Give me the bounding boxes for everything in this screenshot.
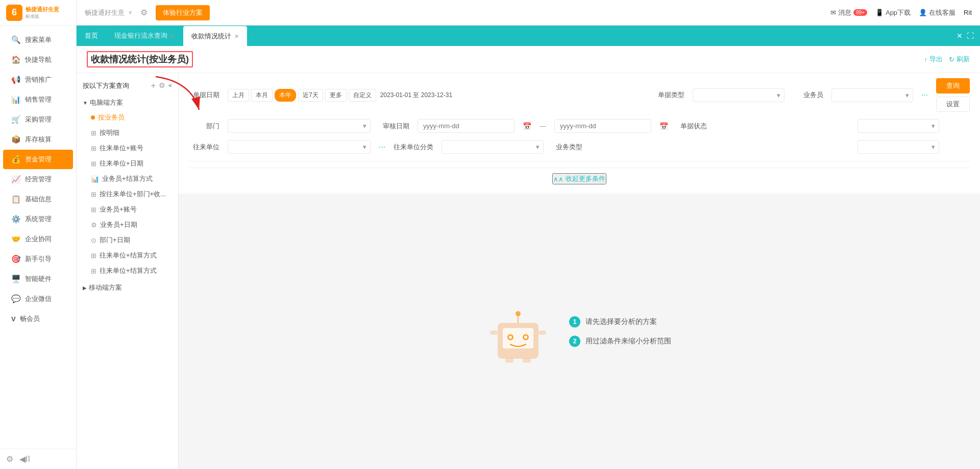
sidebar-item-operations[interactable]: 📈 经营管理	[3, 170, 73, 189]
scheme-group-mobile-title[interactable]: ▶ 移动端方案	[77, 280, 178, 295]
settings-button[interactable]: 设置	[936, 97, 970, 112]
sidebar-item-hardware[interactable]: 🖥️ 智能硬件	[3, 269, 73, 289]
page-header-right: ↑ 导出 ↻ 刷新	[924, 55, 970, 64]
empty-step-1: 1 请先选择要分析的方案	[569, 316, 671, 327]
review-date-start[interactable]	[418, 119, 514, 133]
trial-btn[interactable]: 体验行业方案	[156, 5, 210, 20]
filter-section: 单据日期 上月 本月 本年 近7天 更多 自定义 2023-01-01 至 20…	[179, 73, 980, 194]
sidebar-settings-icon[interactable]: ⚙	[6, 454, 13, 464]
scheme-item-partner-account[interactable]: ⊞ 往来单位+账号	[77, 140, 178, 156]
content-body: 按以下方案查询 + ⚙ « ▼ 电脑端方案	[77, 73, 980, 469]
date-btn-more[interactable]: 更多	[325, 89, 347, 102]
tab-close-all-icon[interactable]: ✕	[957, 32, 963, 40]
date-btn-this-month[interactable]: 本月	[251, 89, 273, 102]
query-button[interactable]: 查询	[936, 78, 970, 93]
top-bar: 畅捷通好生意 ▾ ⚙ 体验行业方案 ✉ 消息 99+ 📱 App下载 👤 在线客…	[77, 0, 980, 26]
partner-label: 往来单位	[189, 143, 219, 152]
date-dash: —	[540, 122, 546, 130]
partner-account-icon: ⊞	[91, 145, 96, 152]
date-btn-this-year[interactable]: 本年	[275, 89, 296, 102]
scheme-group-desktop-title[interactable]: ▼ 电脑端方案	[77, 96, 178, 110]
collapse-section: ∧∧ 收起更多条件	[189, 161, 970, 194]
step-2-num: 2	[569, 336, 580, 347]
user-avatar[interactable]: Rit	[964, 9, 972, 16]
biz-type-select-wrapper	[857, 140, 939, 154]
scheme-add-icon[interactable]: +	[151, 81, 155, 90]
sidebar-item-enterprise[interactable]: 🤝 企业协同	[3, 229, 73, 249]
message-icon: ✉	[830, 9, 836, 16]
salesman-select[interactable]	[831, 88, 913, 102]
calendar-start-icon[interactable]: 📅	[523, 122, 531, 130]
sidebar-item-marketing[interactable]: 📢 营销推广	[3, 70, 73, 89]
salesman-more-icon[interactable]: ···	[921, 90, 928, 100]
sidebar-item-sales[interactable]: 📊 销售管理	[3, 90, 73, 109]
scheme-item-partner-dept[interactable]: ⊞ 按往来单位+部门+收...	[77, 186, 178, 202]
message-link[interactable]: ✉ 消息 99+	[830, 8, 867, 17]
calendar-end-icon[interactable]: 📅	[659, 122, 668, 130]
sidebar-footer: ⚙ ◀II	[0, 449, 76, 469]
scheme-item-partner-date[interactable]: ⊞ 往来单位+日期	[77, 156, 178, 171]
online-service-link[interactable]: 👤 在线客服	[919, 8, 955, 17]
empty-content: 1 请先选择要分析的方案 2 用过滤条件来缩小分析范围	[487, 297, 671, 365]
scheme-item-by-salesman[interactable]: 按业务员	[77, 110, 178, 125]
scheme-item-salesman-method[interactable]: 📊 业务员+结算方式	[77, 171, 178, 186]
main-content-wrapper: 单据日期 上月 本月 本年 近7天 更多 自定义 2023-01-01 至 20…	[179, 73, 980, 469]
scheme-settings-icon[interactable]: ⚙	[159, 81, 165, 90]
collapse-button[interactable]: ∧∧ 收起更多条件	[552, 173, 606, 184]
sidebar-item-finance[interactable]: 💰 资金管理	[3, 150, 73, 169]
scheme-item-partner-method1[interactable]: ⊞ 往来单位+结算方式	[77, 248, 178, 263]
sidebar-item-member[interactable]: V 畅会员	[3, 309, 73, 329]
date-btn-last-month[interactable]: 上月	[228, 89, 249, 102]
scheme-item-partner-method2[interactable]: ⊞ 往来单位+结算方式	[77, 263, 178, 278]
gear-icon[interactable]: ⚙	[140, 8, 148, 17]
doc-status-select[interactable]	[857, 119, 939, 133]
tab-expand-icon[interactable]: ⛶	[967, 32, 974, 40]
scheme-collapse-icon[interactable]: «	[168, 81, 172, 90]
svg-point-7	[516, 311, 521, 316]
tab-bank-flow[interactable]: 现金银行流水查询 ✕	[106, 26, 183, 46]
refresh-button[interactable]: ↻ 刷新	[949, 55, 970, 64]
sidebar-item-quick-nav[interactable]: 🏠 快捷导航	[3, 50, 73, 69]
filter-row-3: 往来单位 ··· 往来单位分类	[189, 140, 970, 154]
partner-category-select[interactable]	[442, 140, 544, 154]
logo-text: 畅捷通好生意 标准版	[26, 6, 59, 20]
export-button[interactable]: ↑ 导出	[924, 55, 943, 64]
tab-collection-stats-close[interactable]: ✕	[234, 33, 239, 40]
scheme-item-dept-date[interactable]: ⊙ 部门+日期	[77, 232, 178, 248]
doc-status-select-wrapper	[857, 119, 939, 133]
date-btn-last-7[interactable]: 近7天	[298, 89, 323, 102]
svg-rect-9	[538, 331, 546, 335]
partner-category-select-wrapper	[442, 140, 544, 154]
biz-type-label: 业务类型	[552, 143, 582, 152]
dept-select[interactable]	[228, 119, 371, 133]
scheme-item-salesman-date[interactable]: ⚙ 业务员+日期	[77, 217, 178, 232]
tab-bank-flow-close[interactable]: ✕	[170, 33, 175, 39]
tab-home[interactable]: 首页	[77, 26, 106, 46]
service-icon: 👤	[919, 9, 927, 16]
partner-more-icon[interactable]: ···	[379, 143, 385, 152]
sidebar-item-wechat[interactable]: 💬 企业微信	[3, 289, 73, 309]
app-download-link[interactable]: 📱 App下载	[875, 8, 911, 17]
sidebar-item-guide[interactable]: 🎯 新手引导	[3, 249, 73, 269]
doc-type-select[interactable]	[693, 88, 785, 102]
sidebar-item-search-menu[interactable]: 🔍 搜索菜单	[3, 30, 73, 50]
date-btn-custom[interactable]: 自定义	[349, 89, 376, 102]
biz-type-select[interactable]	[857, 140, 939, 154]
content-area: 收款情况统计(按业务员) ↑ 导出 ↻ 刷新 按以下方	[77, 46, 980, 469]
scheme-item-salesman-account[interactable]: ⊞ 业务员+账号	[77, 202, 178, 217]
robot-svg	[487, 297, 549, 364]
sidebar-item-basic-info[interactable]: 📋 基础信息	[3, 190, 73, 209]
svg-rect-11	[523, 358, 531, 363]
operations-icon: 📈	[11, 175, 21, 184]
scheme-item-by-detail[interactable]: ⊞ 按明细	[77, 125, 178, 140]
mobile-group-arrow: ▶	[83, 285, 87, 291]
sidebar-item-purchase[interactable]: 🛒 采购管理	[3, 110, 73, 129]
sidebar-item-inventory[interactable]: 📦 库存核算	[3, 130, 73, 149]
tab-collection-stats[interactable]: 收款情况统计 ✕	[183, 26, 247, 46]
sidebar-item-system[interactable]: ⚙️ 系统管理	[3, 209, 73, 229]
review-date-end[interactable]	[554, 119, 651, 133]
sidebar-collapse-icon[interactable]: ◀II	[19, 454, 30, 464]
salesman-method-icon: 📊	[91, 175, 99, 183]
date-range-text: 2023-01-01 至 2023-12-31	[380, 91, 452, 100]
partner-select[interactable]	[228, 140, 371, 154]
